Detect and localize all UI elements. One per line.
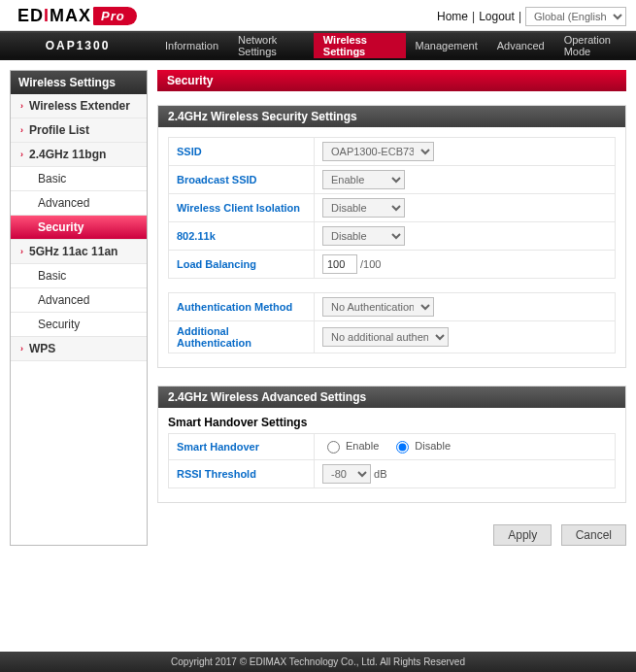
sidebar-item-2-4ghz-11bgn[interactable]: ›2.4GHz 11bgn [11, 143, 147, 167]
nav-item-wireless-settings[interactable]: Wireless Settings [314, 33, 406, 58]
sidebar-item-profile-list[interactable]: ›Profile List [11, 118, 147, 143]
sidebar-item-label: 5GHz 11ac 11an [29, 245, 117, 258]
rssi-unit: dB [374, 468, 386, 480]
sidebar-item-5ghz-11ac-11an[interactable]: ›5GHz 11ac 11an [11, 240, 147, 264]
nav-item-advanced[interactable]: Advanced [487, 33, 554, 58]
loadbalancing-input[interactable] [322, 254, 357, 274]
ssid-label: SSID [169, 138, 315, 166]
sidebar-sub-basic[interactable]: Basic [11, 167, 147, 191]
caret-icon: › [20, 150, 23, 159]
isolation-select[interactable]: Disable [322, 198, 405, 218]
separator: | [519, 10, 521, 23]
language-select[interactable]: Global (English) [525, 7, 626, 26]
auth-method-select[interactable]: No Authentication [322, 297, 434, 317]
nav-item-management[interactable]: Management [406, 33, 487, 58]
nav-item-operation-mode[interactable]: Operation Mode [554, 33, 636, 58]
page-title: Security [157, 70, 626, 91]
logout-link[interactable]: Logout [479, 10, 515, 23]
loadbalancing-label: Load Balancing [169, 251, 315, 279]
ssid-select[interactable]: OAP1300-ECB734_G [322, 142, 434, 161]
broadcast-select[interactable]: Enable [322, 170, 405, 189]
section-advanced-heading: 2.4GHz Wireless Advanced Settings [158, 386, 625, 408]
80211k-select[interactable]: Disable [322, 226, 405, 246]
separator: | [472, 10, 475, 23]
sidebar-sub-advanced[interactable]: Advanced [11, 288, 147, 313]
nav-item-information[interactable]: Information [155, 33, 228, 58]
brand-logo: EDIMAX Pro [17, 6, 137, 26]
sidebar-item-label: Profile List [29, 123, 89, 137]
sidebar-item-label: 2.4GHz 11bgn [29, 148, 106, 161]
advanced-settings-panel: 2.4GHz Wireless Advanced Settings Smart … [157, 386, 626, 503]
80211k-label: 802.11k [169, 222, 315, 251]
smart-handover-enable[interactable]: Enable [322, 438, 379, 454]
security-settings-panel: 2.4GHz Wireless Security Settings SSID O… [157, 105, 626, 368]
sidebar-sub-basic[interactable]: Basic [11, 264, 147, 288]
caret-icon: › [20, 125, 23, 135]
sidebar-item-label: WPS [29, 342, 55, 355]
rssi-threshold-label: RSSI Threshold [169, 460, 315, 488]
sidebar-sub-security[interactable]: Security [11, 216, 147, 240]
caret-icon: › [20, 247, 23, 256]
broadcast-label: Broadcast SSID [169, 166, 315, 194]
sidebar-item-wps[interactable]: ›WPS [11, 337, 147, 361]
smart-handover-label: Smart Handover [169, 434, 315, 460]
main-nav: OAP1300 InformationNetwork SettingsWirel… [0, 31, 636, 60]
cancel-button[interactable]: Cancel [561, 524, 626, 546]
section-security-heading: 2.4GHz Wireless Security Settings [158, 106, 625, 127]
additional-auth-select[interactable]: No additional authentication [322, 327, 449, 347]
rssi-threshold-select[interactable]: -80 [322, 464, 371, 484]
caret-icon: › [20, 344, 23, 353]
footer-copyright: Copyright 2017 © EDIMAX Technology Co., … [0, 652, 636, 672]
isolation-label: Wireless Client Isolation [169, 194, 315, 222]
brand-pro-badge: Pro [93, 7, 137, 25]
smart-handover-heading: Smart Handover Settings [158, 408, 625, 431]
top-bar: EDIMAX Pro Home | Logout | Global (Engli… [0, 0, 636, 31]
smart-handover-disable[interactable]: Disable [391, 438, 451, 454]
sidebar-sub-advanced[interactable]: Advanced [11, 191, 147, 216]
home-link[interactable]: Home [437, 10, 468, 23]
sidebar-sub-security[interactable]: Security [11, 313, 147, 337]
sidebar-item-label: Wireless Extender [29, 99, 130, 113]
sidebar-item-wireless-extender[interactable]: ›Wireless Extender [11, 94, 147, 118]
apply-button[interactable]: Apply [493, 524, 552, 546]
model-label: OAP1300 [0, 33, 155, 58]
sidebar-title: Wireless Settings [11, 71, 147, 94]
sidebar: Wireless Settings ›Wireless Extender›Pro… [10, 70, 148, 546]
nav-item-network-settings[interactable]: Network Settings [228, 33, 314, 58]
auth-method-label: Authentication Method [169, 293, 315, 321]
loadbalancing-suffix: /100 [360, 258, 381, 270]
additional-auth-label: Additional Authentication [169, 321, 315, 353]
caret-icon: › [20, 101, 23, 111]
